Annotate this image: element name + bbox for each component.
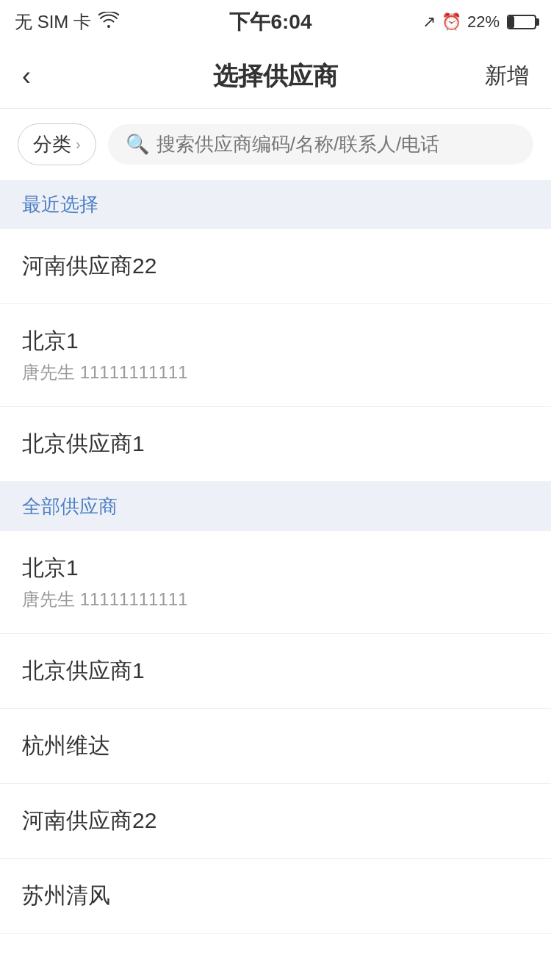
list-item[interactable]: 北京1唐先生 11111111111 — [0, 531, 551, 634]
nav-bar: ‹ 选择供应商 新增 — [0, 44, 551, 109]
all-section-label: 全部供应商 — [22, 495, 118, 517]
item-name: 北京1 — [22, 326, 529, 356]
recent-section-label: 最近选择 — [22, 193, 98, 215]
all-list: 北京1唐先生 11111111111北京供应商1杭州维达河南供应商22苏州清风 — [0, 531, 551, 934]
list-item[interactable]: 北京1唐先生 11111111111 — [0, 304, 551, 407]
category-button[interactable]: 分类 › — [18, 123, 96, 165]
status-bar-right: ↗ ⏰ 22% — [422, 12, 536, 32]
search-icon: 🔍 — [126, 133, 149, 156]
list-item[interactable]: 北京供应商1 — [0, 407, 551, 482]
location-icon: ↗ — [422, 12, 436, 32]
list-item[interactable]: 苏州清风 — [0, 859, 551, 934]
category-label: 分类 — [33, 131, 71, 157]
alarm-icon: ⏰ — [442, 12, 461, 32]
item-name: 杭州维达 — [22, 731, 529, 761]
all-section-header: 全部供应商 — [0, 482, 551, 531]
status-bar-time: 下午6:04 — [229, 8, 311, 36]
item-sub: 唐先生 11111111111 — [22, 361, 529, 384]
item-sub: 唐先生 11111111111 — [22, 588, 529, 611]
recent-list: 河南供应商22北京1唐先生 11111111111北京供应商1 — [0, 229, 551, 482]
page-title: 选择供应商 — [213, 60, 338, 93]
search-bar: 分类 › 🔍 — [0, 109, 551, 180]
add-button[interactable]: 新增 — [485, 61, 529, 91]
list-item[interactable]: 北京供应商1 — [0, 634, 551, 709]
list-item[interactable]: 杭州维达 — [0, 709, 551, 784]
item-name: 河南供应商22 — [22, 251, 529, 281]
item-name: 苏州清风 — [22, 881, 529, 911]
item-name: 河南供应商22 — [22, 806, 529, 836]
battery-icon — [507, 15, 536, 29]
carrier-label: 无 SIM 卡 — [15, 10, 91, 34]
status-bar: 无 SIM 卡 下午6:04 ↗ ⏰ 22% — [0, 0, 551, 44]
search-wrapper: 🔍 — [108, 124, 533, 165]
battery-percent: 22% — [467, 12, 500, 32]
status-bar-left: 无 SIM 卡 — [15, 10, 119, 34]
search-input[interactable] — [156, 133, 516, 156]
wifi-icon — [98, 12, 119, 32]
item-name: 北京1 — [22, 553, 529, 583]
item-name: 北京供应商1 — [22, 429, 529, 459]
back-button[interactable]: ‹ — [22, 61, 66, 92]
list-item[interactable]: 河南供应商22 — [0, 229, 551, 304]
list-item[interactable]: 河南供应商22 — [0, 784, 551, 859]
chevron-right-icon: › — [76, 136, 81, 153]
recent-section-header: 最近选择 — [0, 180, 551, 229]
item-name: 北京供应商1 — [22, 656, 529, 686]
